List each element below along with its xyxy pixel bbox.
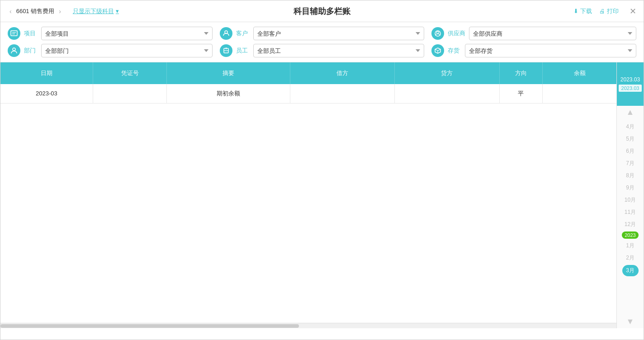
table-scroll-area[interactable]: 日期 凭证号 摘要 借方 贷方 方向 余额 2023-03期初余额平 <box>0 62 616 323</box>
close-button[interactable]: ✕ <box>630 6 636 16</box>
inventory-label: 存货 <box>448 47 461 55</box>
timeline-item[interactable]: 9月 <box>617 182 644 194</box>
supplier-icon <box>431 27 444 40</box>
chevron-down-icon: ▾ <box>116 8 119 14</box>
title-bar: ‹ 6601 销售费用 › 只显示下级科目 ▾ 科目辅助多栏账 ⬇ 下载 🖨 打… <box>0 0 644 22</box>
department-select[interactable]: 全部部门 <box>41 44 213 57</box>
col-summary: 摘要 <box>167 62 290 84</box>
main-content: 日期 凭证号 摘要 借方 贷方 方向 余额 2023-03期初余额平 <box>0 62 616 328</box>
horizontal-scrollbar[interactable] <box>0 323 616 328</box>
show-sub-button[interactable]: 只显示下级科目 ▾ <box>73 7 119 15</box>
timeline-sidebar: 2023.03 2023.03 ▲ 4月5月6月7月8月9月10月11月12月2… <box>616 62 644 328</box>
timeline-down-button[interactable]: ▼ <box>617 315 644 328</box>
supplier-select[interactable]: 全部供应商 <box>469 27 636 40</box>
timeline-item[interactable]: 2023 <box>622 231 638 239</box>
project-label: 项目 <box>24 29 38 38</box>
timeline-item[interactable]: 4月 <box>617 121 644 133</box>
col-balance: 余额 <box>543 62 616 84</box>
timeline-item[interactable]: 1月 <box>617 240 644 252</box>
timeline-header: 2023.03 2023.03 <box>617 62 644 106</box>
timeline-item[interactable]: 10月 <box>617 194 644 206</box>
filter-employee: 员工 全部员工 <box>220 44 425 57</box>
supplier-label: 供应商 <box>448 29 465 38</box>
cell-1 <box>93 84 166 103</box>
inventory-icon <box>431 44 444 57</box>
scrollbar-thumb[interactable] <box>0 324 299 328</box>
filter-customer: 客户 全部客户 <box>220 27 425 40</box>
nav-next-button[interactable]: › <box>57 7 63 16</box>
table-body: 2023-03期初余额平 <box>0 84 616 103</box>
timeline-item[interactable]: 5月 <box>617 133 644 145</box>
customer-icon <box>220 27 232 40</box>
svg-rect-0 <box>11 31 17 36</box>
col-date: 日期 <box>0 62 93 84</box>
table-section: 日期 凭证号 摘要 借方 贷方 方向 余额 2023-03期初余额平 <box>0 62 644 328</box>
print-button[interactable]: 🖨 打印 <box>599 7 619 15</box>
customer-label: 客户 <box>236 29 250 38</box>
cell-6 <box>543 84 616 103</box>
timeline-item[interactable]: 8月 <box>617 170 644 182</box>
customer-select[interactable]: 全部客户 <box>253 27 425 40</box>
timeline-up-button[interactable]: ▲ <box>617 106 644 119</box>
show-sub-label: 只显示下级科目 <box>73 7 114 15</box>
filter-row-1: 项目 全部项目 客户 全部客户 <box>8 27 636 40</box>
project-icon <box>8 27 20 40</box>
timeline-header-top: 2023.03 <box>620 76 640 83</box>
print-icon: 🖨 <box>599 8 605 14</box>
filter-row-2: 部门 全部部门 员工 全部员工 <box>8 44 636 57</box>
cell-2: 期初余额 <box>167 84 290 103</box>
ledger-table: 日期 凭证号 摘要 借方 贷方 方向 余额 2023-03期初余额平 <box>0 62 616 104</box>
title-actions: ⬇ 下载 🖨 打印 ✕ <box>573 6 636 16</box>
employee-select[interactable]: 全部员工 <box>253 44 425 57</box>
department-label: 部门 <box>24 47 38 55</box>
download-label: 下载 <box>580 7 592 15</box>
nav-prev-button[interactable]: ‹ <box>8 7 14 16</box>
account-code-label: 6601 销售费用 <box>16 7 55 15</box>
main-window: ‹ 6601 销售费用 › 只显示下级科目 ▾ 科目辅助多栏账 ⬇ 下载 🖨 打… <box>0 0 644 340</box>
filter-bar: 项目 全部项目 客户 全部客户 <box>0 22 644 62</box>
timeline-item[interactable]: 11月 <box>617 206 644 218</box>
download-icon: ⬇ <box>573 8 578 14</box>
col-direction: 方向 <box>499 62 542 84</box>
svg-point-3 <box>225 31 227 33</box>
table-header-row: 日期 凭证号 摘要 借方 贷方 方向 余额 <box>0 62 616 84</box>
print-label: 打印 <box>607 7 619 15</box>
timeline-header-sub: 2023.03 <box>619 85 642 92</box>
timeline-item[interactable]: 3月 <box>622 265 639 276</box>
svg-line-11 <box>438 49 440 51</box>
filter-supplier: 供应商 全部供应商 <box>431 27 636 40</box>
svg-point-6 <box>13 48 15 51</box>
col-credit: 贷方 <box>395 62 500 84</box>
col-debit: 借方 <box>290 62 395 84</box>
employee-label: 员工 <box>236 47 250 55</box>
title-left: ‹ 6601 销售费用 › 只显示下级科目 ▾ <box>8 7 119 16</box>
timeline-item[interactable]: 6月 <box>617 145 644 157</box>
cell-5: 平 <box>499 84 542 103</box>
svg-point-5 <box>437 32 439 34</box>
timeline-item[interactable]: 12月 <box>617 218 644 231</box>
employee-icon <box>220 44 232 57</box>
filter-inventory: 存货 全部存货 <box>431 44 636 57</box>
timeline-item[interactable]: 2月 <box>617 252 644 264</box>
cell-3 <box>290 84 395 103</box>
timeline-items: 4月5月6月7月8月9月10月11月12月20231月2月3月 <box>617 119 644 315</box>
filter-department: 部门 全部部门 <box>8 44 213 57</box>
cell-0: 2023-03 <box>0 84 93 103</box>
table-row[interactable]: 2023-03期初余额平 <box>0 84 616 103</box>
project-select[interactable]: 全部项目 <box>41 27 213 40</box>
svg-line-10 <box>435 49 438 51</box>
inventory-select[interactable]: 全部存货 <box>465 44 636 57</box>
timeline-item[interactable]: 7月 <box>617 157 644 170</box>
col-voucher: 凭证号 <box>93 62 166 84</box>
page-title: 科目辅助多栏账 <box>294 6 350 17</box>
cell-4 <box>395 84 500 103</box>
filter-project: 项目 全部项目 <box>8 27 213 40</box>
department-icon <box>8 44 20 57</box>
download-button[interactable]: ⬇ 下载 <box>573 7 592 15</box>
